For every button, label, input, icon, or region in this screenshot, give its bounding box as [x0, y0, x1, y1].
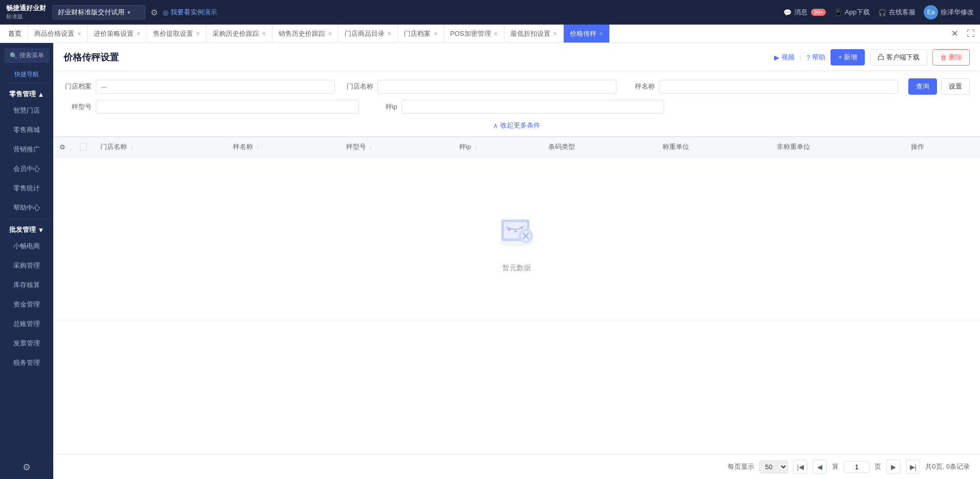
close-icon[interactable]: ×	[328, 30, 332, 37]
message-button[interactable]: 💬 消息 99+	[783, 8, 826, 17]
tab-min-discount-label: 最低折扣设置	[510, 29, 550, 38]
tab-purchase-strategy[interactable]: 进价策略设置 ×	[88, 25, 147, 43]
tab-sale-price[interactable]: 售价提取设置 ×	[147, 25, 206, 43]
page-summary: 共0页, 0条记录	[925, 462, 970, 471]
th-scale-name[interactable]: 秤名称 ↕	[227, 137, 340, 157]
sidebar-item-help[interactable]: 帮助中心	[0, 198, 53, 217]
sidebar-item-inventory-label: 库存核算	[13, 280, 40, 290]
video-link[interactable]: ▶ 视频	[774, 53, 795, 62]
tab-close-button[interactable]: ✕	[947, 27, 962, 41]
collapse-button[interactable]: ∧ 收起更多条件	[493, 121, 540, 130]
online-service-button[interactable]: 🎧 在线客服	[878, 8, 915, 17]
sidebar-item-inventory[interactable]: 库存核算	[0, 275, 53, 295]
th-action-label: 操作	[911, 143, 924, 150]
message-label: 消息	[794, 8, 807, 17]
prev-page-button[interactable]: ◀	[813, 460, 827, 474]
sidebar-item-small-commerce-label: 小畅电商	[13, 242, 40, 251]
last-page-button[interactable]: ▶|	[906, 460, 920, 474]
query-button[interactable]: 查询	[908, 78, 937, 95]
next-page-button[interactable]: ▶	[886, 460, 901, 474]
th-weight-unit[interactable]: 称重单位	[656, 137, 771, 157]
tab-price[interactable]: 商品价格设置 ×	[28, 25, 88, 43]
sidebar-item-retail-mall[interactable]: 零售商城	[0, 120, 53, 140]
tab-purchase-history[interactable]: 采购历史价跟踪 ×	[206, 25, 272, 43]
sidebar-settings-button[interactable]: ⚙	[0, 455, 53, 479]
close-icon[interactable]: ×	[600, 30, 603, 37]
collapse-label: 收起更多条件	[500, 121, 540, 130]
th-settings[interactable]: ⚙	[53, 137, 74, 157]
page-suffix: 页	[875, 462, 881, 471]
tab-min-discount[interactable]: 最低折扣设置 ×	[504, 25, 564, 43]
set-button[interactable]: 设置	[941, 78, 970, 95]
demo-button[interactable]: ◎ 我要看实例演示	[163, 8, 217, 17]
close-icon[interactable]: ×	[137, 30, 140, 37]
sidebar-group-wholesale[interactable]: 批发管理 ▼	[0, 220, 53, 236]
close-icon[interactable]: ×	[434, 30, 437, 37]
select-all-checkbox[interactable]	[80, 143, 87, 150]
sidebar-item-ledger[interactable]: 总账管理	[0, 314, 53, 334]
th-barcode-type[interactable]: 条码类型	[542, 137, 656, 157]
per-page-select[interactable]: 10 20 50 100	[759, 461, 788, 473]
sort-icon: ↕	[131, 144, 134, 150]
sidebar-item-invoice[interactable]: 发票管理	[0, 334, 53, 353]
empty-cell: 暂元数据	[53, 157, 980, 320]
close-icon[interactable]: ×	[262, 30, 266, 37]
sidebar-item-member[interactable]: 会员中心	[0, 159, 53, 179]
sidebar-item-marketing[interactable]: 营销推广	[0, 140, 53, 159]
app-download-button[interactable]: 📱 App下载	[834, 8, 870, 17]
scale-name-input[interactable]	[659, 80, 898, 94]
sidebar-item-tax[interactable]: 税务管理	[0, 353, 53, 373]
tab-expand-button[interactable]: ⛶	[964, 27, 978, 41]
sidebar-item-finance[interactable]: 资金管理	[0, 295, 53, 314]
sidebar-group-retail[interactable]: 零售管理 ▲	[0, 84, 53, 101]
top-bar-right: 💬 消息 99+ 📱 App下载 🎧 在线客服 Ea 徐泽华修改	[783, 5, 974, 19]
sidebar-item-smart-store[interactable]: 智慧门店	[0, 101, 53, 120]
store-name-input[interactable]	[377, 80, 616, 94]
store-archive-select[interactable]: ···	[96, 80, 335, 94]
filter-store-name: 门店名称	[345, 80, 616, 94]
content-area: 价格传秤设置 ▶ 视频 | ? 帮助 + 新增 凸 客户端下载 🗑	[53, 43, 980, 479]
sidebar-item-smart-store-label: 智慧门店	[13, 106, 40, 115]
svg-point-7	[508, 229, 510, 231]
download-button[interactable]: 凸 客户端下载	[870, 49, 927, 66]
th-scale-ip-label: 秤ip	[459, 143, 471, 150]
tab-store-catalog[interactable]: 门店商品目录 ×	[338, 25, 398, 43]
tab-price-scale[interactable]: 价格传秤 ×	[564, 25, 610, 43]
th-scale-model[interactable]: 秤型号 ↕	[340, 137, 453, 157]
th-checkbox[interactable]	[74, 137, 94, 157]
scale-model-input[interactable]	[96, 100, 359, 114]
page-input[interactable]	[844, 461, 869, 473]
sidebar-item-retail-stats-label: 零售统计	[13, 184, 40, 193]
close-icon[interactable]: ×	[388, 30, 391, 37]
tab-home[interactable]: 首页	[2, 25, 28, 43]
search-menu-button[interactable]: 🔍 搜索菜单	[4, 48, 49, 63]
th-store-name[interactable]: 门店名称 ↕	[94, 137, 227, 157]
close-icon[interactable]: ×	[77, 30, 81, 37]
sidebar-item-invoice-label: 发票管理	[13, 339, 40, 348]
sidebar-item-purchase[interactable]: 采购管理	[0, 256, 53, 275]
tab-sale-history[interactable]: 销售历史价跟踪 ×	[272, 25, 338, 43]
close-icon[interactable]: ×	[553, 30, 557, 37]
user-menu-button[interactable]: Ea 徐泽华修改	[924, 5, 974, 19]
filter-store-name-label: 门店名称	[345, 82, 373, 91]
sidebar-item-small-commerce[interactable]: 小畅电商	[0, 236, 53, 256]
tab-store-files[interactable]: 门店档案 ×	[398, 25, 444, 43]
close-icon[interactable]: ×	[196, 30, 200, 37]
scale-ip-input[interactable]	[401, 100, 665, 114]
first-page-button[interactable]: |◀	[793, 460, 807, 474]
empty-row: 暂元数据	[53, 157, 980, 320]
pagination-bar: 每页显示 10 20 50 100 |◀ ◀ 算 页 ▶ ▶| 共0页, 0条记…	[53, 454, 980, 479]
add-button[interactable]: + 新增	[830, 49, 865, 66]
table-header-row: ⚙ 门店名称 ↕ 秤名称 ↕ 秤型号	[53, 137, 980, 157]
version-selector[interactable]: 好业财标准版交付试用 ▾	[52, 5, 145, 19]
sidebar: 🔍 搜索菜单 快捷导航 零售管理 ▲ 智慧门店 零售商城 营销推广 会员中心 零…	[0, 43, 53, 479]
tab-pos[interactable]: POS加密管理 ×	[444, 25, 504, 43]
quick-nav-button[interactable]: 快捷导航	[0, 66, 53, 82]
sidebar-item-retail-stats[interactable]: 零售统计	[0, 179, 53, 198]
th-non-weight-unit[interactable]: 非称重单位	[771, 137, 905, 157]
help-link[interactable]: ? 帮助	[806, 53, 825, 62]
th-scale-ip[interactable]: 秤ip ↕	[453, 137, 542, 157]
settings-icon[interactable]: ⚙	[151, 8, 158, 17]
close-icon[interactable]: ×	[494, 30, 498, 37]
delete-button[interactable]: 🗑 删除	[932, 49, 970, 66]
